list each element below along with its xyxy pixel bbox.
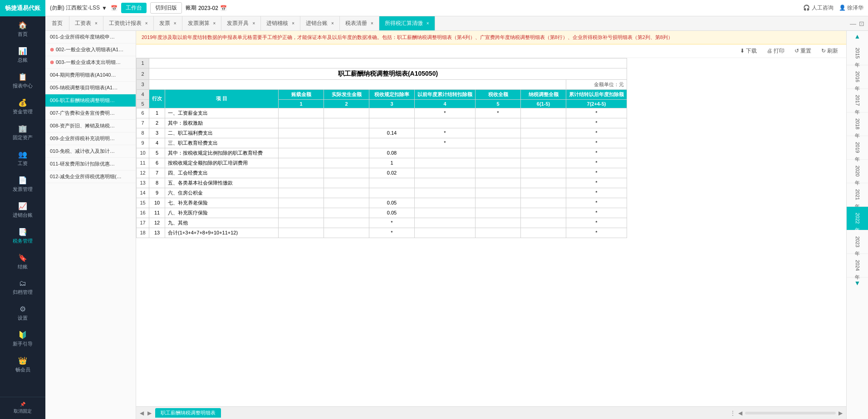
year-2018[interactable]: 2018年 — [847, 112, 868, 136]
tab-income-tax-close[interactable]: × — [427, 21, 429, 26]
cell-F[interactable] — [415, 148, 476, 158]
sidebar-item-tax[interactable]: 📑 税务管理 — [0, 223, 45, 249]
year-2015[interactable]: 2015年 — [847, 42, 868, 65]
switch-version-button[interactable]: 切到旧版 — [150, 2, 182, 14]
tab-purchase-ledger[interactable]: 进销台账 × — [300, 16, 340, 31]
cell-F[interactable] — [415, 118, 476, 128]
year-nav-down[interactable]: ▼ — [847, 278, 868, 288]
cell-C[interactable] — [279, 108, 324, 118]
print-button[interactable]: 🖨 打印 — [764, 46, 787, 56]
company-selector[interactable]: (勿删) 江西般宝-LSS ▼ — [50, 4, 107, 12]
cell-H[interactable] — [521, 198, 566, 208]
cell-G[interactable] — [476, 118, 521, 128]
period-selector[interactable]: 账期 2023-02 📅 — [186, 4, 227, 12]
year-2017[interactable]: 2017年 — [847, 89, 868, 112]
cell-H[interactable] — [521, 138, 566, 148]
sidebar-item-reports[interactable]: 📋 报表中心 — [0, 68, 45, 94]
cell-C[interactable] — [279, 128, 324, 138]
cell-F[interactable] — [415, 168, 476, 178]
cell-H[interactable] — [521, 108, 566, 118]
list-item-003[interactable]: ⊗ 003-一般企业成本支出明细… — [45, 56, 136, 69]
cell-F[interactable] — [415, 208, 476, 218]
cell-H[interactable] — [521, 148, 566, 158]
support-button[interactable]: 🎧 人工咨询 — [803, 4, 833, 12]
year-2022[interactable]: 2022年 — [847, 207, 868, 230]
cell-C[interactable] — [279, 188, 324, 198]
sidebar-item-invoice[interactable]: 📄 发票管理 — [0, 171, 45, 197]
cell-C[interactable] — [279, 148, 324, 158]
cell-C[interactable] — [279, 168, 324, 178]
tab-salary-stats-close[interactable]: × — [145, 21, 148, 26]
tab-purchase-audit-close[interactable]: × — [292, 21, 294, 26]
spreadsheet-area[interactable]: 1 2 职工薪酬纳税调整明细表(A105050) 3 金额单位：元 — [136, 58, 846, 407]
cell-G[interactable] — [476, 188, 521, 198]
list-item-002[interactable]: ⊗ 002-一般企业收入明细表(A1… — [45, 44, 136, 56]
sidebar-item-member[interactable]: 👑 畅会员 — [0, 352, 45, 378]
cell-D[interactable] — [324, 198, 369, 208]
cell-H[interactable] — [521, 178, 566, 188]
sidebar-item-assets[interactable]: 🏢 固定资产 — [0, 120, 45, 146]
sidebar-item-archive[interactable]: 🗂 归档管理 — [0, 275, 45, 300]
cell-G[interactable] — [476, 168, 521, 178]
cell-C[interactable] — [279, 198, 324, 208]
sheet-scroll-bar[interactable] — [745, 412, 836, 414]
tab-salary-stats[interactable]: 工资统计报表 × — [103, 16, 154, 31]
tab-purchase-ledger-close[interactable]: × — [331, 21, 334, 26]
cell-D[interactable] — [324, 228, 369, 238]
tab-salary-close[interactable]: × — [95, 21, 98, 26]
sidebar-item-settings[interactable]: ⚙ 设置 — [0, 300, 45, 326]
tab-purchase-audit[interactable]: 进销稽核 × — [261, 16, 300, 31]
cell-D[interactable] — [324, 188, 369, 198]
cell-H[interactable] — [521, 208, 566, 218]
cell-D[interactable] — [324, 128, 369, 138]
list-item-009[interactable]: 009-企业所得税补充说明明… — [45, 132, 136, 145]
cell-D[interactable] — [324, 148, 369, 158]
list-item-010[interactable]: 010-免税、减计收入及加计… — [45, 145, 136, 158]
sheet-menu-icon[interactable]: ⋮ — [730, 410, 736, 416]
list-item-011[interactable]: 011-研发费用加计扣除优惠… — [45, 158, 136, 171]
cell-C[interactable] — [279, 118, 324, 128]
cell-C[interactable] — [279, 208, 324, 218]
cell-D[interactable] — [324, 208, 369, 218]
cell-H[interactable] — [521, 228, 566, 238]
cell-E[interactable] — [369, 178, 415, 188]
year-2023[interactable]: 2023年 — [847, 230, 868, 254]
cell-F[interactable] — [415, 218, 476, 228]
cell-H[interactable] — [521, 128, 566, 138]
cell-E[interactable] — [369, 118, 415, 128]
user-avatar[interactable]: 👤 徐泽华 — [839, 4, 863, 12]
sidebar-item-ledger[interactable]: 📊 总账 — [0, 42, 45, 68]
cell-G[interactable] — [476, 218, 521, 228]
sheet-tab[interactable]: 职工薪酬纳税调整明细表 — [155, 408, 221, 418]
list-item-005[interactable]: 005-纳税调整项目明细表(A1… — [45, 82, 136, 94]
cell-H[interactable] — [521, 218, 566, 228]
sheet-scroll-right[interactable]: ▶ — [839, 410, 843, 416]
download-button[interactable]: ⬇ 下载 — [737, 46, 760, 56]
tab-tax-list[interactable]: 税表清册 × — [340, 16, 379, 31]
cell-H[interactable] — [521, 188, 566, 198]
cell-G[interactable] — [476, 138, 521, 148]
workspace-button[interactable]: 工作台 — [121, 3, 147, 13]
cell-C[interactable] — [279, 158, 324, 168]
cell-D[interactable] — [324, 118, 369, 128]
prev-sheet-icon[interactable]: ◀ — [140, 410, 144, 416]
cell-D[interactable] — [324, 158, 369, 168]
cell-H[interactable] — [521, 118, 566, 128]
tab-invoice-close[interactable]: × — [174, 21, 177, 26]
sidebar-item-salary[interactable]: 👥 工资 — [0, 146, 45, 171]
year-2024[interactable]: 2024年 — [847, 254, 868, 278]
cell-G[interactable] — [476, 208, 521, 218]
cell-E[interactable] — [369, 188, 415, 198]
list-item-012[interactable]: 012-减免企业所得税优惠明细(… — [45, 171, 136, 183]
cell-F[interactable] — [415, 158, 476, 168]
cell-D[interactable] — [324, 108, 369, 118]
cell-D[interactable] — [324, 138, 369, 148]
sidebar-unpin[interactable]: 📌 取消固定 — [0, 397, 45, 419]
cell-G[interactable] — [476, 228, 521, 238]
year-2016[interactable]: 2016年 — [847, 65, 868, 89]
year-2019[interactable]: 2019年 — [847, 136, 868, 160]
cell-C[interactable] — [279, 228, 324, 238]
cell-D[interactable] — [324, 178, 369, 188]
sidebar-item-guide[interactable]: 🔰 新手引导 — [0, 326, 45, 352]
tab-home[interactable]: 首页 — [45, 16, 69, 31]
